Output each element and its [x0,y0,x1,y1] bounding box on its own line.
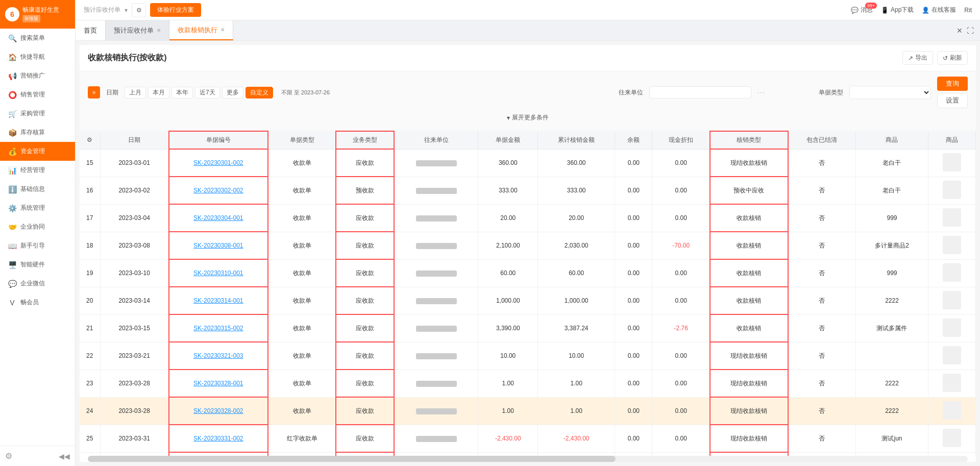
date-btn-custom[interactable]: 自定义 [246,87,273,99]
solution-button[interactable]: 体验行业方案 [150,3,201,17]
tab-close-all-btn[interactable]: ✕ [957,27,963,35]
tab-prepay[interactable]: 预计应收付单 ✕ [106,20,169,40]
sidebar-item-basic[interactable]: ℹ️基础信息 [0,180,75,199]
collapse-icon[interactable]: ◀◀ [59,452,70,460]
filter-toggle-btn[interactable]: » [88,86,100,99]
cell-amount: -2,430.00 [478,425,538,452]
sidebar-nav: 🔍搜索菜单🏠快捷导航📢营销推广⭕销售管理🛒采购管理📦库存核算💰资金管理📊经营管理… [0,29,75,446]
messages-btn[interactable]: 💬 消息 99+ [851,6,873,14]
cell-goods: 999 [855,204,928,232]
scrollbar-thumb[interactable] [88,456,616,462]
sales-icon: ⭕ [8,91,16,99]
sidebar-item-quicknav[interactable]: 🏠快捷导航 [0,47,75,66]
expand-more-btn[interactable]: ▾ 展开更多条件 [507,113,549,122]
goods-thumbnail [943,181,961,199]
cell-no: 22 [80,342,100,370]
verified-value: 360.00 [567,159,586,166]
service-btn[interactable]: 👤 在线客服 [922,6,956,14]
date-btn-this-year[interactable]: 本年 [172,87,193,99]
tab-receipt-label: 收款核销执行 [178,26,217,35]
refresh-button[interactable]: ↺ 刷新 [937,51,968,65]
topbar-dropdown-icon[interactable]: ▾ [125,7,128,14]
cell-doc-no: SK-20230310-001 [169,259,268,287]
sidebar-item-wechat[interactable]: 💬企业微信 [0,274,75,293]
sidebar-item-guide[interactable]: 📖新手引导 [0,236,75,255]
amount-value: 1.00 [502,407,514,414]
messages-badge: 99+ [865,3,877,9]
doc-no-link[interactable]: SK-20230321-003 [193,352,243,359]
doc-no-link[interactable]: SK-20230328-001 [193,380,243,387]
sidebar-item-inventory[interactable]: 📦库存核算 [0,123,75,142]
doc-type-select[interactable] [849,86,931,99]
settings-icon[interactable]: ⚙ [5,451,12,461]
cell-amount: 60.00 [478,259,538,287]
sidebar-item-purchase[interactable]: 🛒采购管理 [0,104,75,123]
sidebar-item-system[interactable]: ⚙️系统管理 [0,199,75,217]
cell-discount: 0.00 [652,397,710,425]
doc-no-link[interactable]: SK-20230310-001 [193,269,243,277]
doc-no-link[interactable]: SK-20230302-002 [193,187,243,194]
th-settings[interactable]: ⚙ [80,131,100,149]
partner-input[interactable] [649,86,751,99]
cell-goods-img [928,232,976,259]
amount-value: 10.00 [500,352,516,359]
doc-no-link[interactable]: SK-20230315-002 [193,325,243,332]
sidebar-item-hardware[interactable]: 🖥️智能硬件 [0,255,75,274]
tab-prepay-close[interactable]: ✕ [157,28,161,33]
amount-value: 2,100.00 [496,242,520,249]
sidebar-item-member[interactable]: V畅会员 [0,293,75,312]
tab-receipt[interactable]: 收款核销执行 ✕ [169,20,233,40]
sidebar-item-search[interactable]: 🔍搜索菜单 [0,29,75,47]
settings-button[interactable]: 设置 [937,93,968,108]
cell-include-cleared: 否 [788,204,855,232]
tab-receipt-close[interactable]: ✕ [220,27,225,33]
cell-doc-no: SK-20230302-002 [169,177,268,204]
date-btn-last-month[interactable]: 上月 [125,87,146,99]
logo-name: 畅康道好生意 [22,6,59,14]
goods-thumbnail [943,153,961,171]
sidebar-item-finance[interactable]: 💰资金管理 [0,142,75,161]
topbar-gear-btn[interactable]: ⚙ [132,3,146,17]
hardware-icon: 🖥️ [8,261,16,269]
doc-no-link[interactable]: SK-20230304-001 [193,214,243,222]
purchase-icon: 🛒 [8,110,16,118]
topbar-right: 💬 消息 99+ 📱 App下载 👤 在线客服 Rit [851,6,972,14]
sidebar-item-sales[interactable]: ⭕销售管理 [0,85,75,104]
cell-balance: 0.00 [615,259,652,287]
cell-balance: 0.00 [615,452,652,456]
date-btn-this-month[interactable]: 本月 [148,87,169,99]
topbar-url: 预计应收付单 [84,6,120,14]
inventory-icon: 📦 [8,129,16,137]
doc-no-link[interactable]: SK-20230331-002 [193,435,243,442]
cell-doc-no: SK-20230328-002 [169,397,268,425]
export-button[interactable]: ↗ 导出 [902,51,933,65]
cell-verified: -2,430.00 [538,425,615,452]
horizontal-scrollbar[interactable] [88,456,968,462]
cell-amount: 1.00 [478,370,538,397]
tab-home[interactable]: 首页 [76,20,106,40]
sidebar-item-enterprise[interactable]: 🤝企业协同 [0,217,75,236]
partner-value [416,243,457,249]
doc-no-link[interactable]: SK-20230301-002 [193,159,243,166]
cell-verified: 60.00 [538,259,615,287]
cell-biz-type: 应收款 [336,232,394,259]
doc-no-link[interactable]: SK-20230314-001 [193,297,243,304]
date-btn-7days[interactable]: 近7天 [195,87,220,99]
sidebar-item-label-hardware: 智能硬件 [20,260,45,269]
user-name: Rit [964,7,972,14]
cell-include-cleared: 否 [788,425,855,452]
sidebar-item-marketing[interactable]: 📢营销推广 [0,66,75,85]
export-label: 导出 [915,54,927,62]
doc-no-link[interactable]: SK-20230308-001 [193,242,243,249]
verified-value: 2,030.00 [565,242,589,249]
th-doc-no: 单据编号 [169,131,268,149]
cell-balance: 0.00 [615,232,652,259]
doc-no-link[interactable]: SK-20230328-002 [193,407,243,414]
discount-value: 0.00 [675,187,687,194]
sidebar-item-operations[interactable]: 📊经营管理 [0,161,75,180]
content-area: 收款核销执行(按收款) ↗ 导出 ↺ 刷新 » 日期 上月 [80,45,976,462]
date-btn-more[interactable]: 更多 [222,87,243,99]
tab-expand-btn[interactable]: ⛶ [967,27,974,35]
app-download-btn[interactable]: 📱 App下载 [881,6,914,14]
query-button[interactable]: 查询 [937,77,968,91]
